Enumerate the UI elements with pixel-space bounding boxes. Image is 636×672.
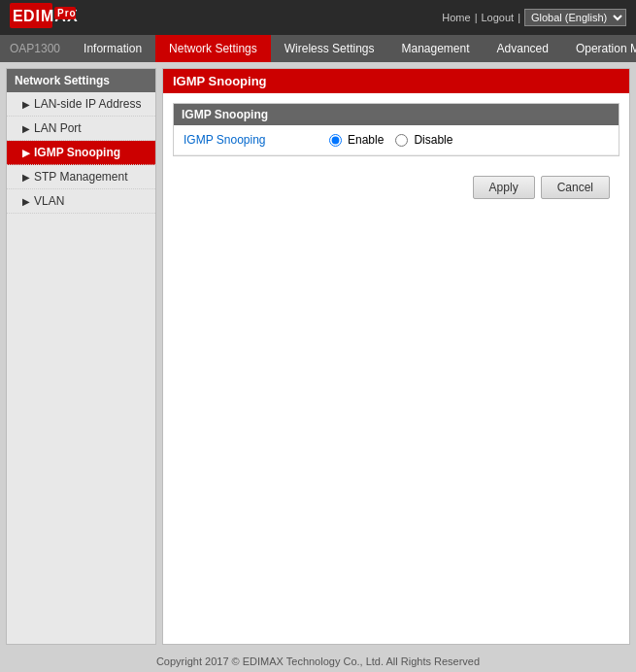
- logout-link[interactable]: Logout: [481, 12, 514, 23]
- content-inner: IGMP Snooping IGMP Snooping Enable Disab…: [163, 93, 629, 218]
- sidebar-item-stp-management[interactable]: ▶ STP Management: [7, 165, 155, 189]
- sidebar-item-vlan[interactable]: ▶ VLAN: [7, 189, 155, 214]
- nav-wireless-settings[interactable]: Wireless Settings: [271, 35, 388, 62]
- arrow-icon: ▶: [22, 99, 30, 110]
- disable-radio-label[interactable]: Disable: [395, 133, 452, 147]
- language-select[interactable]: Global (English): [524, 9, 626, 26]
- sidebar-item-lan-ip[interactable]: ▶ LAN-side IP Address: [7, 92, 155, 117]
- content-area: IGMP Snooping IGMP Snooping IGMP Snoopin…: [162, 68, 630, 645]
- arrow-icon: ▶: [22, 196, 30, 207]
- footer-text: Copyright 2017 © EDIMAX Technology Co., …: [156, 655, 480, 667]
- sidebar: Network Settings ▶ LAN-side IP Address ▶…: [6, 68, 156, 645]
- igmp-snooping-controls: Enable Disable: [329, 133, 452, 147]
- nav-information[interactable]: Information: [70, 35, 155, 62]
- cancel-button[interactable]: Cancel: [541, 176, 610, 199]
- igmp-snooping-row: IGMP Snooping Enable Disable: [174, 125, 619, 155]
- sidebar-title: Network Settings: [7, 69, 155, 92]
- button-area: Apply Cancel: [173, 166, 619, 209]
- nav-operation-mode[interactable]: Operation Mode: [562, 35, 636, 62]
- nav-management[interactable]: Management: [387, 35, 483, 62]
- sidebar-item-igmp-snooping[interactable]: ▶ IGMP Snooping: [7, 141, 155, 165]
- page-title: IGMP Snooping: [163, 69, 629, 93]
- logo-text: E DIMAX Pro: [10, 3, 117, 32]
- disable-radio[interactable]: [395, 134, 408, 147]
- apply-button[interactable]: Apply: [473, 176, 535, 199]
- header: E DIMAX Pro Home | Logout | Global (Engl…: [0, 0, 636, 35]
- device-label: OAP1300: [0, 35, 70, 62]
- arrow-icon: ▶: [22, 148, 30, 158]
- arrow-icon: ▶: [22, 172, 30, 183]
- nav-network-settings[interactable]: Network Settings: [155, 35, 271, 62]
- enable-label: Enable: [348, 133, 384, 147]
- home-link[interactable]: Home: [442, 12, 470, 23]
- header-nav: Home | Logout | Global (English): [442, 9, 626, 26]
- enable-radio-label[interactable]: Enable: [329, 133, 384, 147]
- section-header: IGMP Snooping: [174, 104, 619, 125]
- igmp-snooping-section: IGMP Snooping IGMP Snooping Enable Disab…: [173, 103, 619, 156]
- enable-radio[interactable]: [329, 134, 342, 147]
- main-layout: Network Settings ▶ LAN-side IP Address ▶…: [0, 62, 636, 651]
- nav-advanced[interactable]: Advanced: [484, 35, 562, 62]
- disable-label: Disable: [414, 133, 452, 147]
- igmp-snooping-label: IGMP Snooping: [184, 133, 329, 147]
- arrow-icon: ▶: [22, 123, 30, 134]
- svg-text:Pro: Pro: [57, 8, 77, 18]
- sidebar-item-lan-port[interactable]: ▶ LAN Port: [7, 117, 155, 141]
- logo: E DIMAX Pro: [10, 3, 117, 32]
- footer: Copyright 2017 © EDIMAX Technology Co., …: [0, 651, 636, 672]
- svg-text:E: E: [13, 8, 24, 24]
- navbar: OAP1300 Information Network Settings Wir…: [0, 35, 636, 62]
